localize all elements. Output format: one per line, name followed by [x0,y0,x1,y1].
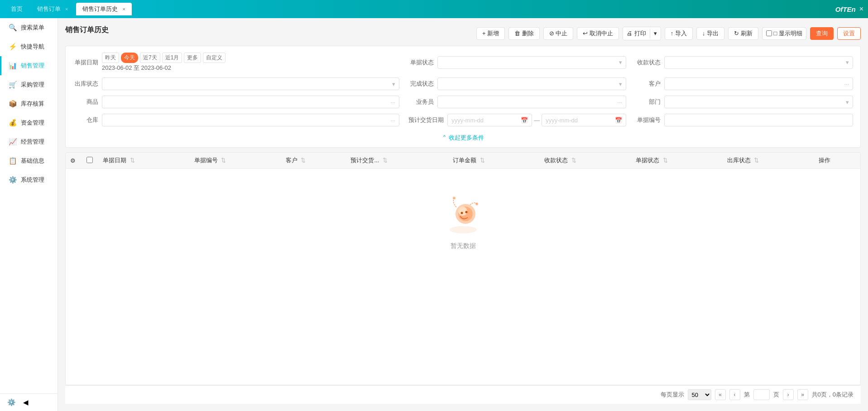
sidebar-item-quick-nav[interactable]: ⚡ 快捷导航 [0,37,58,56]
th-settings[interactable]: ⚙ [66,153,82,169]
cancel-stop-button[interactable]: ↩ 取消中止 [577,27,619,40]
new-button[interactable]: + 新增 [476,27,505,40]
tab-sales-order-close[interactable]: × [65,6,68,12]
print-button[interactable]: 🖨 打印 [623,27,650,40]
th-doc-status-sort[interactable]: ⇅ [663,157,668,164]
display-cols-button[interactable]: □ 显示明细 [762,27,806,40]
th-receipt-status-sort[interactable]: ⇅ [571,157,576,164]
tab-sales-order[interactable]: 销售订单 × [31,3,74,15]
calendar-from-icon[interactable]: 📅 [521,117,528,124]
sidebar-item-purchase-mgmt[interactable]: 🛒 采购管理 [0,75,58,94]
th-doc-number-label: 单据编号 [194,157,218,164]
sidebar-item-inventory-check[interactable]: 📦 库存核算 [0,94,58,113]
export-button[interactable]: ↓ 导出 [696,27,724,40]
th-doc-date-sort[interactable]: ⇅ [130,157,135,164]
th-delivery-status-sort[interactable]: ⇅ [754,157,759,164]
settings-button[interactable]: 设置 [837,27,861,40]
doc-status-control[interactable]: ▾ [437,56,626,69]
sidebar-item-basic-info[interactable]: 📋 基础信息 [0,151,58,170]
sidebar-item-sales-mgmt-label: 销售管理 [21,62,44,70]
sidebar-item-operations-mgmt[interactable]: 📈 经营管理 [0,132,58,151]
date-btn-custom[interactable]: 自定义 [203,53,225,63]
sidebar-collapse-icon[interactable]: ◀ [23,398,29,406]
pagination-bar: 每页显示 50 10 20 100 « ‹ 第 1 页 › » 共0页，0条记录 [65,385,861,404]
first-page-btn[interactable]: « [715,389,726,400]
delivery-status-control[interactable]: ▾ [102,77,399,90]
last-page-btn[interactable]: » [797,389,808,400]
sidebar-settings-icon[interactable]: ⚙️ [7,398,16,406]
th-delivery-status[interactable]: 出库状态 ⇅ [723,153,814,169]
filter-complete-status: 完成状态 ▾ [408,77,626,90]
complete-status-arrow: ▾ [619,81,622,87]
collapse-label[interactable]: ⌃ 收起更多条件 [442,134,484,142]
filter-row-4: 仓库 ··· 预计交货日期 yyyy-mm-dd 📅 — [73,114,853,126]
select-all-checkbox[interactable] [86,157,93,163]
sidebar-item-purchase-mgmt-label: 采购管理 [21,81,44,89]
date-btn-more[interactable]: 更多 [184,53,201,63]
th-doc-status[interactable]: 单据状态 ⇅ [631,153,723,169]
display-cols-checkbox[interactable] [766,30,772,36]
th-receipt-status[interactable]: 收款状态 ⇅ [540,153,631,169]
refresh-button[interactable]: ↻ 刷新 [728,27,758,40]
doc-number-control[interactable] [664,114,853,126]
th-receipt-status-label: 收款状态 [544,157,568,164]
department-control[interactable]: ▾ [664,96,853,108]
prev-page-btn[interactable]: ‹ [729,389,740,400]
sidebar-item-search-menu[interactable]: 🔍 搜索菜单 [0,18,58,37]
date-btn-last1m[interactable]: 近1月 [162,53,182,63]
th-checkbox[interactable] [82,153,98,169]
calendar-to-icon[interactable]: 📅 [615,117,622,124]
brand-label: OfTEn [835,5,856,13]
th-expected-date[interactable]: 预计交货... ⇅ [346,153,448,169]
customer-dots: ··· [844,81,849,87]
current-page-input[interactable]: 1 [753,389,770,400]
delete-button[interactable]: 🗑 删除 [508,27,540,40]
sidebar-item-sales-mgmt[interactable]: 📊 销售管理 [0,56,58,75]
complete-status-control[interactable]: ▾ [437,77,626,90]
filter-doc-status: 单据状态 ▾ [408,56,626,69]
th-expected-date-sort[interactable]: ⇅ [383,157,388,164]
date-btn-today[interactable]: 今天 [121,53,138,63]
sidebar-item-finance-mgmt[interactable]: 💰 资金管理 [0,113,58,132]
topbar-close-btn[interactable]: × [859,5,863,13]
receipt-status-control[interactable]: ▾ [664,56,853,69]
sidebar-bottom: ⚙️ ◀ [0,393,58,411]
date-btn-last7[interactable]: 近7天 [140,53,160,63]
filter-customer: 客户 ··· [635,77,853,90]
print-button-group[interactable]: 🖨 打印 ▾ [623,27,661,40]
settings-icon[interactable]: ⚙ [70,157,76,164]
th-customer[interactable]: 客户 ⇅ [281,153,346,169]
tab-sales-order-history[interactable]: 销售订单历史 × [76,3,131,15]
tab-home[interactable]: 首页 [5,3,29,15]
basic-info-icon: 📋 [9,157,17,165]
th-doc-number-sort[interactable]: ⇅ [221,157,226,164]
next-page-btn[interactable]: › [783,389,794,400]
collapse-row[interactable]: ⌃ 收起更多条件 [73,132,853,144]
sales-mgmt-icon: 📊 [9,62,17,70]
expected-date-to[interactable]: yyyy-mm-dd 📅 [542,114,626,126]
goods-control[interactable]: ··· [102,96,399,108]
print-arrow-btn[interactable]: ▾ [650,27,661,40]
customer-control[interactable]: ··· [664,77,853,90]
page-size-select[interactable]: 50 10 20 100 [688,389,711,400]
th-order-amount[interactable]: 订单金额 ⇅ [448,153,540,169]
th-order-amount-label: 订单金额 [453,157,476,164]
th-customer-sort[interactable]: ⇅ [301,157,306,164]
sidebar-item-system-mgmt-label: 系统管理 [21,176,44,184]
sidebar-item-system-mgmt[interactable]: ⚙️ 系统管理 [0,170,58,189]
salesperson-control[interactable]: ··· [437,96,626,108]
th-doc-date-label: 单据日期 [103,157,126,164]
import-button[interactable]: ↑ 导入 [665,27,693,40]
tab-sales-order-history-close[interactable]: × [122,6,125,12]
date-buttons: 昨天 今天 近7天 近1月 更多 自定义 [102,53,225,63]
date-btn-yesterday[interactable]: 昨天 [102,53,119,63]
th-doc-date[interactable]: 单据日期 ⇅ [98,153,190,169]
warehouse-control[interactable]: ··· [102,114,399,126]
th-doc-number[interactable]: 单据编号 ⇅ [190,153,281,169]
expected-date-from[interactable]: yyyy-mm-dd 📅 [447,114,532,126]
toolbar: + 新增 🗑 删除 ⊘ 中止 ↩ 取消中止 🖨 打印 ▾ ↑ 导入 ↓ 导出 ↻… [476,27,861,40]
date-separator: — [534,117,540,124]
stop-button[interactable]: ⊘ 中止 [543,27,574,40]
th-order-amount-sort[interactable]: ⇅ [480,157,485,164]
query-button[interactable]: 查询 [810,27,834,40]
